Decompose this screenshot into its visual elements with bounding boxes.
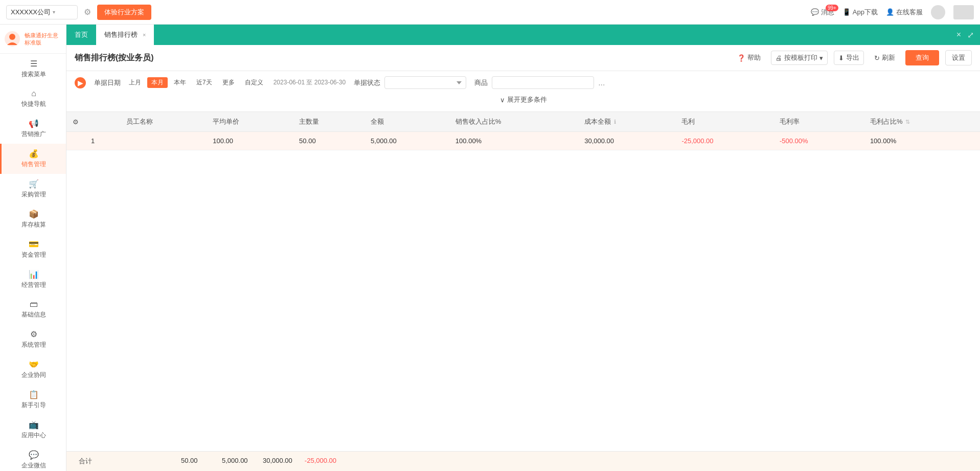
data-table: ⚙ 员工名称 平均单价 主数量 <box>66 112 980 150</box>
help-button[interactable]: ❓ 帮助 <box>733 51 765 64</box>
date-range-display: 2023-06-01 至 2023-06-30 <box>274 78 346 87</box>
td-employee <box>120 132 207 150</box>
footer-qty: 50.00 <box>175 457 216 466</box>
sidebar-label-inventory: 库存核算 <box>21 220 46 229</box>
shortcut-last-month[interactable]: 上月 <box>125 77 145 88</box>
goods-input[interactable] <box>492 76 594 89</box>
sidebar-item-quick-nav[interactable]: ⌂ 快捷导航 <box>0 84 66 114</box>
shortcut-7days[interactable]: 近7天 <box>192 77 216 88</box>
sidebar-item-inventory[interactable]: 📦 库存核算 <box>0 204 66 234</box>
sidebar-item-sales-mgmt[interactable]: 💰 销售管理 <box>0 144 66 174</box>
sidebar-item-search-order[interactable]: ☰ 搜索菜单 <box>0 54 66 84</box>
query-button[interactable]: 查询 <box>905 50 939 65</box>
online-service-button[interactable]: 👤 在线客服 <box>886 8 923 17</box>
top-bar: XXXXXX公司 ▾ ⚙ 体验行业方案 💬 消息 99+ 📱 App下载 👤 在… <box>0 0 980 25</box>
sidebar-item-enterprise-wechat[interactable]: 💬 企业微信 <box>0 445 66 471</box>
td-amount: 5,000.00 <box>364 132 449 150</box>
th-qty: 主数量 <box>293 112 364 132</box>
tab-sales-rank[interactable]: 销售排行榜 × <box>96 25 154 45</box>
status-select[interactable] <box>384 76 466 89</box>
sidebar-item-app-center[interactable]: 📺 应用中心 <box>0 415 66 445</box>
marketing-icon: 📢 <box>29 119 39 128</box>
export-button[interactable]: ⬇ 导出 <box>834 51 864 65</box>
th-gross: 毛利 <box>675 112 773 132</box>
sidebar-item-enterprise-collab[interactable]: 🤝 企业协同 <box>0 354 66 385</box>
help-icon: ❓ <box>737 54 745 62</box>
th-amount: 全额 <box>364 112 449 132</box>
th-gross-rate: 毛利率 <box>773 112 864 132</box>
filter-date-item: 单据日期 上月 本月 本年 近7天 更多 自定义 2023-06-01 至 20… <box>94 77 346 88</box>
shortcut-this-month[interactable]: 本月 <box>147 77 168 88</box>
refresh-label: 刷新 <box>882 53 895 62</box>
shortcut-this-year[interactable]: 本年 <box>170 77 190 88</box>
content-area: 首页 销售排行榜 × × ⤢ 销售排行榜(按业务员) ❓ 帮助 <box>66 25 980 471</box>
tab-bar: 首页 销售排行榜 × × ⤢ <box>66 25 980 45</box>
company-name: XXXXXX公司 <box>11 8 51 17</box>
app-download-button[interactable]: 📱 App下载 <box>842 8 878 17</box>
print-chevron-icon: ▾ <box>819 54 823 62</box>
svg-point-1 <box>9 34 15 40</box>
print-button[interactable]: 🖨 按模板打印 ▾ <box>771 51 828 65</box>
avatar[interactable] <box>931 5 945 19</box>
sidebar-item-purchase-mgmt[interactable]: 🛒 采购管理 <box>0 174 66 204</box>
table-header-row: ⚙ 员工名称 平均单价 主数量 <box>66 112 980 132</box>
goods-filter-label: 商品 <box>474 78 488 87</box>
tab-maximize-icon[interactable]: ⤢ <box>967 30 974 40</box>
sidebar-label-beginner-guide: 新手引导 <box>21 401 46 410</box>
tab-close-icon[interactable]: × <box>143 32 146 38</box>
finance-icon: 💳 <box>29 239 39 249</box>
td-gross-pct: 100.00% <box>864 132 980 150</box>
settings-icon[interactable]: ⚙ <box>82 5 93 19</box>
trial-button[interactable]: 体验行业方案 <box>97 5 151 20</box>
th-employee: 员工名称 <box>120 112 207 132</box>
inventory-icon: 📦 <box>29 209 39 219</box>
service-icon: 👤 <box>886 8 894 16</box>
sidebar-label-enterprise-wechat: 企业微信 <box>21 461 46 470</box>
sidebar-item-operations[interactable]: 📊 经营管理 <box>0 264 66 295</box>
status-filter-label: 单据状态 <box>354 78 380 87</box>
filter-goods-item: 商品 ... <box>474 76 605 89</box>
company-selector[interactable]: XXXXXX公司 ▾ <box>6 5 78 19</box>
sidebar-label-finance: 资金管理 <box>21 251 46 259</box>
expand-button[interactable]: ∨ 展开更多条件 <box>496 93 551 106</box>
th-amount-label: 全额 <box>371 118 384 125</box>
filter-status-item: 单据状态 <box>354 76 466 89</box>
refresh-button[interactable]: ↻ 刷新 <box>870 51 899 64</box>
logo-area: 畅康通好生意 标准版 <box>0 25 66 54</box>
td-rank: 1 <box>85 132 120 150</box>
filter-collapse-button[interactable]: ▶ <box>75 77 86 88</box>
sidebar-label-system-mgmt: 系统管理 <box>21 341 46 349</box>
sidebar-item-system-mgmt[interactable]: ⚙ 系统管理 <box>0 324 66 354</box>
table-row: 1 100.00 50.00 5,000.00 100.00% 30,000.0… <box>66 132 980 150</box>
table-wrapper: ⚙ 员工名称 平均单价 主数量 <box>66 112 980 451</box>
enterprise-wechat-icon: 💬 <box>29 450 39 460</box>
logo-line2: 标准版 <box>25 39 58 46</box>
col-settings-icon[interactable]: ⚙ <box>73 118 79 126</box>
td-cost: 30,000.00 <box>578 132 675 150</box>
tab-home[interactable]: 首页 <box>66 25 96 45</box>
tab-close-all-icon[interactable]: × <box>956 30 961 39</box>
sidebar-item-basic-info[interactable]: 🗃 基础信息 <box>0 295 66 324</box>
sidebar-label-search-order: 搜索菜单 <box>21 70 46 79</box>
cost-info-icon: ℹ <box>614 119 616 125</box>
logo-icon <box>4 31 20 47</box>
top-bar-right: 💬 消息 99+ 📱 App下载 👤 在线客服 <box>811 5 974 19</box>
shortcut-custom[interactable]: 自定义 <box>241 77 267 88</box>
footer-gross: -25,000.00 <box>299 457 343 466</box>
sidebar-label-operations: 经营管理 <box>21 281 46 289</box>
sidebar-item-beginner-guide[interactable]: 📋 新手引导 <box>0 385 66 415</box>
settings-button[interactable]: 设置 <box>945 50 972 65</box>
page-actions: ❓ 帮助 🖨 按模板打印 ▾ ⬇ 导出 ↻ 刷新 <box>733 50 972 65</box>
ellipsis-button[interactable]: ... <box>598 78 605 87</box>
td-gross: -25,000.00 <box>675 132 773 150</box>
sidebar-label-basic-info: 基础信息 <box>21 310 46 319</box>
th-settings: ⚙ <box>66 112 85 132</box>
message-button[interactable]: 💬 消息 99+ <box>811 8 834 17</box>
sidebar-item-marketing[interactable]: 📢 营销推广 <box>0 114 66 144</box>
th-rank <box>85 112 120 132</box>
shortcut-more[interactable]: 更多 <box>218 77 239 88</box>
enterprise-collab-icon: 🤝 <box>29 360 39 369</box>
th-gross-label: 毛利 <box>681 118 695 125</box>
table-footer: 合计 50.00 5,000.00 30,000.00 -25,000.00 <box>66 451 980 471</box>
sidebar-item-finance[interactable]: 💳 资金管理 <box>0 234 66 264</box>
